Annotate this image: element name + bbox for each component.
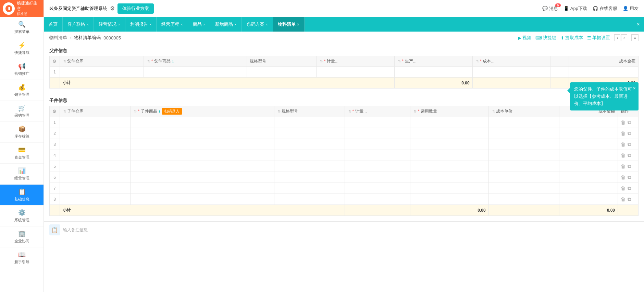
content-area: 物料清单 › 物料清单编码 0000005 ▶ 视频 ⌨ 快捷键 ⬆ xyxy=(44,32,644,292)
tab-history[interactable]: 经营历程 × xyxy=(157,17,188,32)
tab-profit[interactable]: 利润报告 × xyxy=(125,17,157,32)
sidebar-item-quick-nav[interactable]: ⚡ 快捷导航 xyxy=(0,38,44,59)
child-warehouse-1[interactable] xyxy=(60,117,131,128)
delete-icon[interactable]: 🗑 xyxy=(621,186,626,191)
sort-icon[interactable]: ⇅ xyxy=(278,109,281,113)
view-btn[interactable]: ▶ 视频 xyxy=(518,35,531,41)
child-unit-cost-1[interactable] xyxy=(488,117,559,128)
nav-prev-btn[interactable]: ‹ xyxy=(614,34,620,41)
single-settings-btn[interactable]: ☰ 单据设置 xyxy=(587,35,610,41)
nav-next-btn[interactable]: › xyxy=(621,34,627,41)
parent-extra-1[interactable] xyxy=(550,67,569,78)
copy-icon[interactable]: ⧉ xyxy=(628,152,631,158)
copy-icon[interactable]: ⧉ xyxy=(628,141,631,147)
sort-icon[interactable]: ⇅ xyxy=(147,59,150,63)
inventory-icon: 📦 xyxy=(18,125,26,133)
parent-th-product: ⇅ * 父件商品 ℹ xyxy=(144,56,247,67)
sort-icon[interactable]: ⇅ xyxy=(398,59,401,63)
message-item[interactable]: 💬 消息 6 xyxy=(542,5,558,12)
sidebar-item-guide[interactable]: 📖 新手引导 xyxy=(0,247,44,268)
sidebar-item-search[interactable]: 🔍 搜索菜单 xyxy=(0,17,44,38)
delete-icon[interactable]: 🗑 xyxy=(621,131,626,136)
sort-icon[interactable]: ⇅ xyxy=(63,59,66,63)
scan-input-button[interactable]: 扫码录入 xyxy=(162,108,182,115)
grid-view-btn[interactable]: ≡ xyxy=(631,34,639,41)
child-product-1[interactable] xyxy=(131,117,274,128)
copy-icon[interactable]: ⧉ xyxy=(628,130,631,136)
tab-new-goods-close[interactable]: × xyxy=(234,22,236,26)
app-download-item[interactable]: 📱 App下载 xyxy=(564,5,587,12)
child-th-qty: ⇅ * 需用数量 xyxy=(410,106,488,117)
child-th-gear[interactable]: ⚙ xyxy=(50,106,60,117)
sort-icon[interactable]: ⇅ xyxy=(414,109,417,113)
tab-customer-close[interactable]: × xyxy=(87,22,89,26)
parent-production-1[interactable] xyxy=(394,67,472,78)
delete-icon[interactable]: 🗑 xyxy=(621,153,626,158)
sidebar-item-finance[interactable]: 💳 资金管理 xyxy=(0,143,44,164)
parent-warehouse-1[interactable] xyxy=(60,67,144,78)
sort-icon[interactable]: ⇅ xyxy=(492,109,495,113)
delete-icon[interactable]: 🗑 xyxy=(621,120,626,125)
sidebar-item-basic-info[interactable]: 📋 基础信息 xyxy=(0,185,44,206)
sort-icon[interactable]: ⇅ xyxy=(348,109,351,113)
online-service-item[interactable]: 🎧 在线客服 xyxy=(593,5,617,12)
sidebar-item-purchase[interactable]: 🛒 采购管理 xyxy=(0,101,44,122)
finance-icon: 💳 xyxy=(18,146,26,154)
child-spec-1[interactable] xyxy=(274,117,345,128)
sidebar-item-inventory[interactable]: 📦 库存核算 xyxy=(0,122,44,143)
tab-home[interactable]: 首页 xyxy=(44,17,63,32)
delete-icon[interactable]: 🗑 xyxy=(621,142,626,147)
sidebar-item-operations[interactable]: 📊 经营管理 xyxy=(0,164,44,185)
copy-icon[interactable]: ⧉ xyxy=(628,119,631,125)
copy-icon[interactable]: ⧉ xyxy=(628,174,631,180)
sidebar-item-system[interactable]: ⚙️ 系统管理 xyxy=(0,206,44,226)
delete-icon[interactable]: 🗑 xyxy=(621,164,626,169)
child-qty-1[interactable] xyxy=(410,117,488,128)
tab-bom-close[interactable]: × xyxy=(297,22,299,26)
parent-product-1[interactable] xyxy=(144,67,247,78)
child-table: ⚙ ⇅ 子件仓库 ⇅ * 子件商品 ℹ 扫码录入 ⇅ 规格 xyxy=(49,106,639,216)
tab-barcode[interactable]: 条码方案 × xyxy=(242,17,273,32)
delete-icon[interactable]: 🗑 xyxy=(621,197,626,202)
tab-profit-close[interactable]: × xyxy=(149,22,151,26)
delete-icon[interactable]: 🗑 xyxy=(621,175,626,180)
trial-button[interactable]: 体验行业方案 xyxy=(117,3,154,14)
notes-icon[interactable]: 📋 xyxy=(49,224,60,235)
copy-icon[interactable]: ⧉ xyxy=(628,185,631,191)
parent-unit-1[interactable] xyxy=(317,67,395,78)
sidebar-item-marketing[interactable]: 📢 营销推广 xyxy=(0,59,44,80)
child-th-spec: ⇅ 规格型号 xyxy=(274,106,345,117)
notes-label[interactable]: 输入备注信息 xyxy=(63,227,88,233)
breadcrumb-home[interactable]: 物料清单 xyxy=(49,35,67,41)
tab-goods[interactable]: 商品 × xyxy=(188,17,210,32)
tab-operations[interactable]: 经营情况 × xyxy=(94,17,125,32)
gear-button[interactable]: ⚙ xyxy=(110,5,115,12)
sidebar-item-sales[interactable]: 💰 销售管理 xyxy=(0,80,44,101)
sort-icon[interactable]: ⇅ xyxy=(320,59,323,63)
user-icon: 👤 xyxy=(623,6,628,11)
child-unit-1[interactable] xyxy=(345,117,410,128)
tab-bom[interactable]: 物料清单 × xyxy=(273,17,304,32)
tab-close-all[interactable]: × xyxy=(633,21,644,27)
user-item[interactable]: 👤 用友 xyxy=(623,5,639,12)
parent-spec-1[interactable] xyxy=(247,67,316,78)
sort-icon[interactable]: ⇅ xyxy=(134,109,137,113)
shortcut-btn[interactable]: ⌨ 快捷键 xyxy=(535,35,556,41)
tooltip-close-button[interactable]: × xyxy=(633,84,636,92)
tab-operations-close[interactable]: × xyxy=(118,22,120,26)
copy-icon[interactable]: ⧉ xyxy=(628,163,631,169)
extract-cost-btn[interactable]: ⬆ 提取成本 xyxy=(560,35,583,41)
tab-barcode-close[interactable]: × xyxy=(266,22,268,26)
sort-icon[interactable]: ⇅ xyxy=(476,59,479,63)
copy-icon[interactable]: ⧉ xyxy=(628,196,631,202)
child-row-1: 1 🗑⧉ xyxy=(50,117,639,128)
tab-history-close[interactable]: × xyxy=(181,22,183,26)
sort-icon[interactable]: ⇅ xyxy=(63,109,66,113)
logo-icon xyxy=(3,2,15,15)
parent-cost-1[interactable] xyxy=(472,67,550,78)
tab-customer[interactable]: 客户联络 × xyxy=(63,17,94,32)
parent-th-gear[interactable]: ⚙ xyxy=(50,56,60,67)
sidebar-item-enterprise[interactable]: 🏢 企业协同 xyxy=(0,226,44,247)
tab-goods-close[interactable]: × xyxy=(203,22,205,26)
tab-new-goods[interactable]: 新增商品 × xyxy=(210,17,242,32)
